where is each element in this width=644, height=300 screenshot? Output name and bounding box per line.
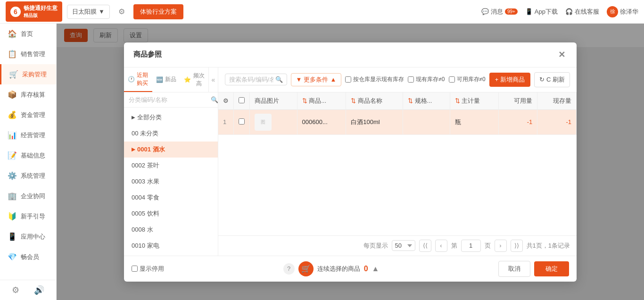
recent-icon: 🕐	[128, 76, 135, 83]
sidebar-item-enterprise[interactable]: 🏢 企业协同	[0, 186, 56, 206]
first-page-button[interactable]: ⟨⟨	[419, 240, 431, 252]
cat-item-00[interactable]: 00 未分类	[124, 125, 218, 142]
per-page-label: 每页显示	[363, 242, 388, 250]
tab-new[interactable]: 🆕 新品	[152, 67, 181, 92]
search-icon[interactable]: 🔍	[275, 76, 283, 83]
sidebar-item-guide[interactable]: 🔰 新手引导	[0, 206, 56, 226]
refresh-icon: ↻	[539, 76, 545, 83]
content-panel: 🔍 ▼ 更多条件 ▲ 按仓库显示现有库存	[218, 67, 577, 256]
cat-item-0008[interactable]: 0008 水	[124, 222, 218, 238]
chevron-up-icon: ▲	[330, 76, 336, 83]
cancel-button[interactable]: 取消	[498, 261, 530, 277]
category-panel: 🕐 近期购买 🆕 新品 ⭐ 频次高 «	[124, 67, 218, 256]
settings-bottom-icon[interactable]: ⚙	[12, 285, 19, 295]
sidebar-item-home[interactable]: 🏠 首页	[0, 24, 56, 44]
company-dropdown[interactable]: 日太阳膜 ▼	[67, 5, 110, 19]
sidebar-item-member[interactable]: 💎 畅会员	[0, 247, 56, 267]
page-number-input[interactable]	[461, 240, 481, 252]
online-service-nav-item[interactable]: 🎧 在线客服	[565, 8, 599, 16]
cat-item-0004[interactable]: 0004 零食	[124, 190, 218, 206]
user-nav-item[interactable]: 徐 徐泽华	[607, 6, 638, 17]
th-code[interactable]: ⇅ 商品...	[297, 92, 346, 110]
cat-item-all[interactable]: ▶ 全部分类	[124, 109, 218, 125]
modal-body: 🕐 近期购买 🆕 新品 ⭐ 频次高 «	[124, 67, 577, 256]
modal-close-button[interactable]: ✕	[556, 49, 567, 60]
sidebar-item-purchase[interactable]: 🛒 采购管理	[0, 64, 56, 84]
sales-icon: 📋	[8, 50, 17, 58]
row-code: 000600...	[297, 109, 346, 134]
phone-icon: 📱	[525, 8, 533, 15]
refresh-button[interactable]: ↻ C 刷新	[534, 72, 570, 87]
column-settings-icon[interactable]: ⚙	[223, 97, 229, 104]
cat-item-0003[interactable]: 0003 水果	[124, 174, 218, 190]
help-icon[interactable]: ?	[283, 263, 295, 275]
sidebar-item-basic[interactable]: 📝 基础信息	[0, 145, 56, 166]
sidebar-item-sales[interactable]: 📋 销售管理	[0, 44, 56, 64]
arrow-right-active-icon: ▶	[132, 147, 135, 152]
product-table-wrap: ⚙ 商品图片 ⇅ 商品...	[218, 92, 577, 235]
pagination: 每页显示 50 20 100 ⟨⟨ ‹ 第 页 › ⟩⟩ 共1页，1条	[218, 235, 577, 256]
th-unit[interactable]: ⇅ 主计量	[450, 92, 498, 110]
category-search-icon[interactable]: 🔍	[211, 96, 218, 103]
add-product-button[interactable]: + 新增商品	[489, 73, 530, 87]
next-page-button[interactable]: ›	[495, 240, 507, 252]
select-all-checkbox[interactable]	[239, 97, 245, 103]
per-page-select[interactable]: 50 20 100	[392, 240, 415, 251]
tab-frequent[interactable]: ⭐ 频次高	[180, 67, 208, 92]
sort-name-icon: ⇅	[351, 97, 356, 104]
product-table: ⚙ 商品图片 ⇅ 商品...	[218, 92, 577, 135]
th-spec[interactable]: ⇅ 规格...	[403, 92, 450, 110]
selected-count: 0	[364, 265, 368, 273]
cat-item-0001[interactable]: ▶ 0001 酒水	[124, 142, 218, 158]
product-image: 图	[255, 114, 272, 131]
modal-header: 商品参照 ✕	[124, 42, 577, 67]
sound-icon[interactable]: 🔊	[34, 285, 44, 295]
checkbox-warehouse-input[interactable]	[345, 76, 351, 83]
product-search-input[interactable]	[229, 76, 273, 83]
th-settings[interactable]: ⚙	[218, 92, 234, 110]
row-stock: -1	[537, 109, 577, 134]
checkbox-current-stock[interactable]: 现有库存≠0	[408, 75, 445, 83]
filter-button[interactable]: ▼ 更多条件 ▲	[291, 73, 342, 86]
category-search-input[interactable]	[129, 96, 208, 103]
chevron-down-icon: ▼	[99, 8, 105, 15]
cat-item-0002[interactable]: 0002 茶叶	[124, 158, 218, 174]
top-nav: 6 畅捷通好生意 精品版 日太阳膜 ▼ ⚙ 体验行业方案 💬 消息 99+ 📱 …	[0, 0, 644, 24]
checkbox-warehouse-stock[interactable]: 按仓库显示现有库存	[345, 75, 404, 83]
enterprise-icon: 🏢	[8, 192, 17, 200]
cart-icon[interactable]: 🛒	[298, 261, 314, 276]
checkbox-current-input[interactable]	[408, 76, 414, 83]
confirm-button[interactable]: 确定	[534, 261, 569, 276]
show-disabled-checkbox[interactable]: 显示停用	[132, 265, 164, 273]
sidebar-item-operation[interactable]: 📊 经营管理	[0, 125, 56, 145]
checkbox-available-input[interactable]	[449, 76, 455, 83]
row-checkbox[interactable]	[234, 109, 250, 134]
table-row[interactable]: 1 图 000600... 白酒100ml	[218, 109, 577, 134]
collapse-panel-button[interactable]: «	[208, 67, 218, 92]
th-image: 商品图片	[250, 92, 297, 110]
sidebar-item-inventory[interactable]: 📦 库存核算	[0, 84, 56, 105]
th-name[interactable]: ⇅ 商品名称	[346, 92, 403, 110]
sidebar-item-system[interactable]: ⚙️ 系统管理	[0, 166, 56, 186]
row-select-checkbox[interactable]	[239, 118, 245, 125]
cat-item-0010[interactable]: 0010 家电	[124, 238, 218, 254]
apps-icon: 📱	[8, 232, 17, 241]
sidebar-item-apps[interactable]: 📱 应用中心	[0, 226, 56, 247]
messages-nav-item[interactable]: 💬 消息 99+	[481, 8, 518, 16]
app-download-nav-item[interactable]: 📱 App下载	[525, 8, 558, 16]
trial-button[interactable]: 体验行业方案	[133, 4, 183, 19]
tab-recent[interactable]: 🕐 近期购买	[124, 67, 152, 92]
sidebar-item-finance[interactable]: 💰 资金管理	[0, 105, 56, 125]
product-search-wrap: 🔍	[225, 74, 287, 85]
show-disabled-input[interactable]	[132, 266, 138, 272]
th-available: 可用量	[498, 92, 537, 110]
last-page-button[interactable]: ⟩⟩	[511, 240, 523, 252]
star-icon: ⭐	[184, 76, 191, 83]
purchase-icon: 🛒	[9, 70, 18, 79]
cat-item-0005[interactable]: 0005 饮料	[124, 206, 218, 222]
collapse-footer-icon[interactable]: ▲	[372, 265, 380, 273]
settings-gear-icon[interactable]: ⚙	[115, 5, 129, 19]
row-num: 1	[218, 109, 234, 134]
prev-page-button[interactable]: ‹	[435, 240, 447, 252]
checkbox-available-stock[interactable]: 可用库存≠0	[449, 75, 486, 83]
